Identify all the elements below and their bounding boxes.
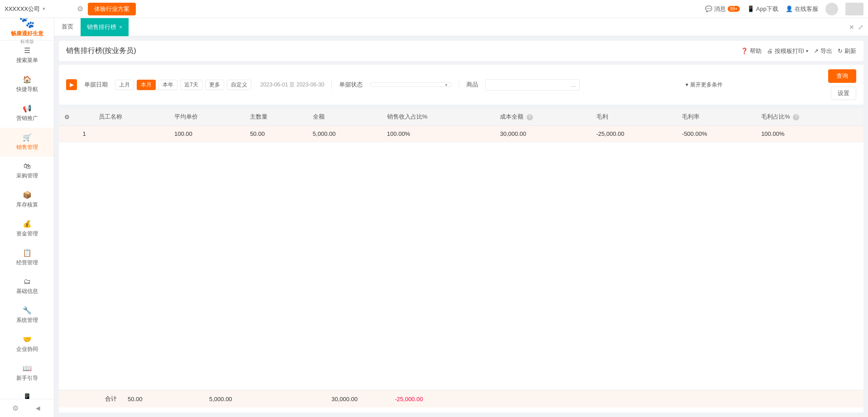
logo-title: 畅康通好生意	[11, 30, 43, 38]
marketing-icon: 📢	[23, 104, 32, 113]
tab-close-icon[interactable]: ×	[119, 24, 122, 30]
message-button[interactable]: 💬 消息 99+	[705, 5, 740, 13]
data-table: ⚙ 员工名称 平均单价 主数量 全额 销售收入占比% 成本全额	[59, 108, 863, 142]
sidebar-item-finance-label: 资金管理	[16, 230, 38, 238]
expand-more-icon: ▾	[686, 81, 688, 88]
th-sales-pct: 销售收入占比%	[382, 108, 495, 126]
th-avg-price: 平均单价	[169, 108, 245, 126]
sidebar-item-operations[interactable]: 📋 经营管理	[0, 243, 54, 272]
sidebar-item-enterprise[interactable]: 🤝 企业协同	[0, 330, 54, 359]
sidebar-item-enterprise-label: 企业协同	[16, 345, 38, 353]
sidebar-item-sales-mgmt-label: 销售管理	[16, 144, 38, 151]
finance-icon: 💰	[23, 220, 32, 228]
date-btn-custom[interactable]: 自定义	[227, 80, 251, 90]
sidebar-item-search-order[interactable]: ☰ 搜索菜单	[0, 41, 54, 70]
message-label: 消息	[714, 5, 726, 13]
app-center-icon: 📱	[23, 393, 32, 399]
footer-cost: 30,000.00	[326, 396, 389, 403]
company-name: XXXXXX公司	[5, 5, 40, 13]
inventory-icon: 📦	[23, 191, 32, 199]
expand-more-button[interactable]: ▾ 展开更多条件	[686, 81, 723, 89]
sidebar-item-finance[interactable]: 💰 资金管理	[0, 214, 54, 243]
sidebar-item-quick-nav[interactable]: 🏠 快捷导航	[0, 70, 54, 99]
sidebar-settings-icon[interactable]: ⚙	[12, 404, 19, 412]
td-sales-pct: 100.00%	[382, 126, 495, 142]
sidebar-nav: ☰ 搜索菜单 🏠 快捷导航 📢 营销推广 🛒 销售管理 🛍 采购管理	[0, 41, 54, 399]
goods-input-wrapper: ...	[485, 79, 580, 91]
footer-label: 合计	[64, 395, 122, 403]
sidebar-item-basic-info[interactable]: 🗂 基础信息	[0, 272, 54, 301]
export-button[interactable]: ↗ 导出	[814, 47, 832, 55]
td-qty: 50.00	[245, 126, 307, 142]
footer-amount: 5,000.00	[204, 396, 267, 403]
sidebar-item-search-order-label: 搜索菜单	[16, 57, 38, 64]
footer-qty: 50.00	[122, 396, 204, 403]
status-label: 单据状态	[339, 81, 363, 89]
sidebar-item-newbie-guide-label: 新手引导	[16, 374, 38, 382]
sidebar-item-purchase-mgmt[interactable]: 🛍 采购管理	[0, 157, 54, 185]
goods-more-icon[interactable]: ...	[571, 81, 576, 88]
sidebar-item-system-mgmt[interactable]: 🔧 系统管理	[0, 301, 54, 330]
refresh-button[interactable]: ↻ 刷新	[838, 47, 856, 55]
tab-window-max-icon[interactable]: ⤢	[858, 24, 863, 31]
table-header-row: ⚙ 员工名称 平均单价 主数量 全额 销售收入占比% 成本全额	[59, 108, 863, 126]
help-button[interactable]: ❓ 帮助	[741, 47, 762, 55]
sales-icon: 🛒	[23, 133, 32, 142]
user-avatar[interactable]	[825, 3, 838, 15]
sidebar-collapse-icon[interactable]: ◄	[34, 404, 42, 412]
sidebar-item-newbie-guide[interactable]: 📖 新手引导	[0, 359, 54, 388]
tab-sales-ranking[interactable]: 销售排行榜 ×	[81, 18, 129, 36]
sidebar-item-basic-info-label: 基础信息	[16, 288, 38, 295]
th-gross-rate: 毛利率	[676, 108, 756, 126]
tab-window-close-icon[interactable]: ✕	[849, 24, 854, 31]
help-icon: ❓	[741, 48, 748, 54]
help-label: 帮助	[750, 47, 762, 55]
column-settings-icon[interactable]: ⚙	[64, 114, 70, 120]
search-order-icon: ☰	[24, 46, 30, 55]
sidebar-item-inventory-label: 库存核算	[16, 201, 38, 209]
date-btn-this-month[interactable]: 本月	[137, 80, 156, 90]
basic-info-icon: 🗂	[24, 278, 31, 286]
th-settings[interactable]: ⚙	[59, 108, 75, 126]
status-select-wrapper: ▾	[370, 82, 451, 87]
sidebar-item-app-center[interactable]: 📱 应用中心	[0, 388, 54, 399]
refresh-icon: ↻	[838, 48, 843, 54]
date-btn-this-year[interactable]: 本年	[158, 80, 177, 90]
company-selector[interactable]: XXXXXX公司 ▾	[5, 5, 72, 13]
date-btn-7days[interactable]: 近7天	[180, 80, 202, 90]
sidebar-item-purchase-mgmt-label: 采购管理	[16, 172, 38, 180]
tab-bar: 首页 销售排行榜 × ✕ ⤢	[54, 18, 868, 36]
cost-info-icon[interactable]: ?	[527, 114, 533, 120]
th-gross: 毛利	[591, 108, 676, 126]
sidebar-item-inventory[interactable]: 📦 库存核算	[0, 185, 54, 214]
th-gross-pct: 毛利占比% ?	[756, 108, 863, 126]
settings-button[interactable]: 设置	[831, 86, 856, 100]
print-label: 按模板打印	[775, 47, 804, 55]
goods-input[interactable]	[485, 79, 580, 91]
sidebar-item-marketing[interactable]: 📢 营销推广	[0, 99, 54, 128]
online-service-button[interactable]: 👤 在线客服	[786, 5, 818, 13]
table-wrapper: ⚙ 员工名称 平均单价 主数量 全额 销售收入占比% 成本全额	[59, 108, 863, 390]
app-download-button[interactable]: 📱 App下载	[747, 5, 778, 13]
topbar-settings-icon[interactable]: ⚙	[77, 5, 83, 13]
th-cost: 成本全额 ?	[494, 108, 590, 126]
date-btn-more[interactable]: 更多	[205, 80, 224, 90]
date-btn-prev-month[interactable]: 上月	[115, 80, 134, 90]
td-gross-rate: -500.00%	[676, 126, 756, 142]
tab-sales-ranking-label: 销售排行榜	[87, 23, 116, 31]
query-button[interactable]: 查询	[828, 69, 856, 83]
filter-toggle-button[interactable]: ▶	[66, 79, 77, 90]
system-icon: 🔧	[23, 306, 32, 315]
export-label: 导出	[820, 47, 832, 55]
print-button[interactable]: 🖨 按模板打印 ▾	[767, 47, 808, 55]
td-avg-price: 100.00	[169, 126, 245, 142]
tab-home[interactable]: 首页	[54, 18, 81, 36]
experience-button[interactable]: 体验行业方案	[88, 3, 136, 15]
gross-pct-info-icon[interactable]: ?	[793, 114, 799, 120]
home-icon: 🏠	[23, 75, 32, 84]
date-filters: 上月 本月 本年 近7天 更多 自定义	[115, 80, 251, 90]
status-select[interactable]: ▾	[370, 82, 451, 87]
sidebar-item-sales-mgmt[interactable]: 🛒 销售管理	[0, 128, 54, 157]
filter-right-actions: 查询 设置	[828, 69, 856, 100]
td-gross-pct: 100.00%	[756, 126, 863, 142]
